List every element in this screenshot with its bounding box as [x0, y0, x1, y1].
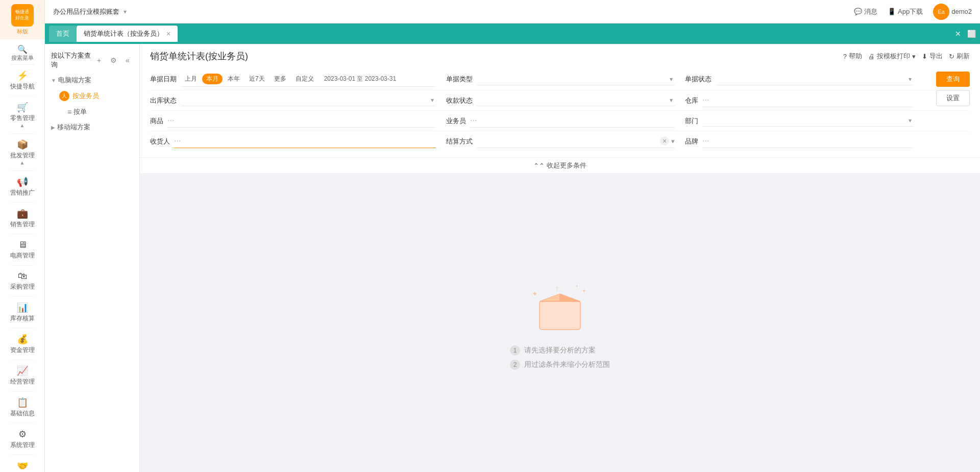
- scheme-doc-label: 按单: [74, 107, 87, 116]
- sidebar-item-ecommerce[interactable]: 🖥电商管理: [10, 234, 35, 266]
- svg-marker-1: [540, 294, 560, 301]
- sidebar-item-system[interactable]: ⚙系统管理: [10, 423, 35, 455]
- logo-subtitle: 标版: [17, 28, 28, 35]
- maximize-icon[interactable]: ⬜: [967, 30, 976, 38]
- sidebar-item-wholesale[interactable]: 📦批发管理▲: [10, 134, 35, 171]
- help-btn[interactable]: ? 帮助: [843, 52, 862, 61]
- warehouse-label: 仓库: [685, 96, 698, 105]
- stock-status-label: 出库状态: [150, 96, 177, 105]
- product-control: ···: [167, 114, 436, 128]
- scheme-item-doc[interactable]: ≡ 按单: [45, 104, 139, 120]
- date-tab-7days[interactable]: 近7天: [245, 74, 269, 84]
- export-btn[interactable]: ⬇ 导出: [922, 52, 943, 61]
- date-tab-last-month[interactable]: 上月: [181, 74, 201, 84]
- date-range-value: 2023-03-01 至 2023-03-31: [324, 75, 396, 83]
- sidebar-item-purchase[interactable]: 🛍采购管理: [10, 266, 35, 297]
- payment-status-arrow: ▾: [670, 97, 673, 104]
- salesperson-picker[interactable]: ···: [470, 116, 477, 125]
- filter-product: 商品 ···: [150, 114, 436, 128]
- print-btn[interactable]: 🖨 按模板打印 ▾: [868, 52, 916, 61]
- scheme-group-desktop-header[interactable]: ▼ 电脑端方案: [45, 73, 139, 88]
- filter-doc-type: 单据类型 ▾: [446, 74, 675, 85]
- warehouse-picker[interactable]: ···: [702, 96, 709, 105]
- settlement-clear-btn[interactable]: ×: [660, 136, 669, 146]
- collapse-more-btn[interactable]: ⌃⌃ 收起更多条件: [533, 161, 586, 170]
- user-profile[interactable]: Ea demo2: [933, 4, 972, 20]
- scheme-salesperson-label: 按业务员: [72, 91, 99, 101]
- payment-status-select[interactable]: ▾: [477, 97, 675, 104]
- tab-close-icon[interactable]: ×: [166, 30, 170, 38]
- sidebar-item-basic-info[interactable]: 📋基础信息: [10, 392, 35, 423]
- scheme-doc-icon: ≡: [67, 108, 71, 116]
- date-tab-this-year[interactable]: 本年: [224, 74, 244, 84]
- app-download-btn[interactable]: 📱 App下载: [888, 7, 923, 16]
- sidebar-item-finance[interactable]: 💰资金管理: [10, 328, 35, 360]
- stock-status-select[interactable]: ▾: [181, 97, 436, 104]
- filter-department: 部门 ▾: [685, 115, 970, 127]
- scheme-item-salesperson[interactable]: 人 按业务员: [45, 88, 139, 104]
- date-tab-custom[interactable]: 自定义: [291, 74, 318, 84]
- empty-text-block: 1 请先选择要分析的方案 2 用过滤条件来缩小分析范围: [510, 345, 610, 370]
- tab-bar: 首页 销货单统计表（按业务员） × ✕ ⬜: [45, 23, 980, 44]
- collapse-panel-btn[interactable]: «: [122, 55, 133, 66]
- help-icon: ?: [843, 53, 847, 60]
- filter-area: 单据日期 上月 本月 本年 近7天 更多 自定义 20: [140, 68, 980, 157]
- tab-home[interactable]: 首页: [49, 26, 77, 42]
- doc-type-arrow: ▾: [670, 76, 673, 83]
- group-label: 电脑端方案: [58, 76, 91, 85]
- settings-scheme-btn[interactable]: ⚙: [108, 55, 119, 66]
- right-content: 销货单统计表(按业务员) ? 帮助 🖨 按模板打印 ▾: [140, 44, 980, 472]
- date-tab-more[interactable]: 更多: [270, 74, 290, 84]
- filter-date: 单据日期 上月 本月 本年 近7天 更多 自定义 20: [150, 72, 436, 87]
- sidebar-item-enterprise[interactable]: 🤝企业协同: [10, 455, 35, 472]
- refresh-icon: ↻: [949, 53, 954, 60]
- product-picker[interactable]: ···: [167, 116, 174, 125]
- salesperson-label: 业务员: [446, 116, 466, 126]
- group-expand-arrow: ▼: [51, 78, 56, 83]
- empty-hint-1: 1 请先选择要分析的方案: [510, 345, 610, 356]
- brand-picker[interactable]: ···: [702, 136, 709, 146]
- sidebar-item-inventory[interactable]: 📊库存核算: [10, 297, 35, 328]
- scheme-group-mobile: ▶ 移动端方案: [45, 120, 139, 135]
- department-select[interactable]: ▾: [702, 117, 914, 124]
- message-btn[interactable]: 💬 消息: [854, 7, 877, 16]
- refresh-btn[interactable]: ↻ 刷新: [949, 52, 970, 61]
- logo-text: 畅捷通好生意: [15, 9, 29, 21]
- doc-type-select[interactable]: ▾: [477, 76, 675, 83]
- warehouse-control: ···: [702, 93, 914, 107]
- receiver-picker[interactable]: ···: [174, 136, 181, 146]
- header-dropdown-arrow[interactable]: ▾: [124, 8, 127, 15]
- logo-icon: 畅捷通好生意: [11, 4, 34, 27]
- left-panel: 按以下方案查询 + ⚙ « ▼ 电脑端方案 人 按业务员 ≡ 按: [45, 44, 140, 472]
- top-header: 办公用品行业模拟账套 ▾ 💬 消息 📱 App下载 Ea demo2: [45, 0, 980, 23]
- sidebar-item-retail[interactable]: 🛒零售管理▲: [10, 97, 35, 134]
- sidebar-item-sales[interactable]: 💼销售管理: [10, 203, 35, 234]
- query-btn[interactable]: 查询: [936, 72, 970, 87]
- empty-illustration: ✦ ✦ ✦ ↑: [524, 276, 596, 337]
- doc-status-select[interactable]: ▾: [716, 76, 914, 83]
- settings-btn[interactable]: 设置: [936, 90, 970, 106]
- close-window-icon[interactable]: ✕: [955, 30, 961, 38]
- page-header: 销货单统计表(按业务员) ? 帮助 🖨 按模板打印 ▾: [140, 44, 980, 62]
- filter-settlement: 结算方式 × ▾: [446, 134, 675, 148]
- page-title: 销货单统计表(按业务员): [150, 50, 248, 62]
- sidebar-quick-nav[interactable]: ⚡快捷导航: [10, 65, 35, 97]
- collapse-bar: ⌃⌃ 收起更多条件: [140, 157, 980, 173]
- hint-2-text: 用过滤条件来缩小分析范围: [524, 360, 610, 369]
- tab-sales-stat-label: 销货单统计表（按业务员）: [84, 29, 163, 38]
- left-panel-title: 按以下方案查询: [51, 51, 93, 69]
- filter-brand: 品牌 ···: [685, 134, 970, 148]
- sidebar-search-menu[interactable]: 🔍搜索菜单: [10, 39, 35, 65]
- export-icon: ⬇: [922, 53, 927, 60]
- product-label: 商品: [150, 116, 163, 126]
- collapse-up-icon: ⌃⌃: [533, 162, 545, 170]
- add-scheme-btn[interactable]: +: [93, 55, 105, 66]
- sidebar-item-operations[interactable]: 📈经营管理: [10, 360, 35, 392]
- date-tab-this-month[interactable]: 本月: [202, 74, 223, 84]
- date-filter-control: 上月 本月 本年 近7天 更多 自定义 2023-03-01 至 2023-03…: [181, 72, 436, 87]
- sidebar-item-marketing[interactable]: 📢营销推广: [10, 171, 35, 203]
- empty-svg: ✦ ✦ ✦ ↑: [527, 278, 593, 335]
- scheme-group-mobile-header[interactable]: ▶ 移动端方案: [45, 120, 139, 135]
- tab-sales-stat[interactable]: 销货单统计表（按业务员） ×: [77, 26, 178, 42]
- filter-row-3: 商品 ··· 业务员 ···: [150, 111, 970, 131]
